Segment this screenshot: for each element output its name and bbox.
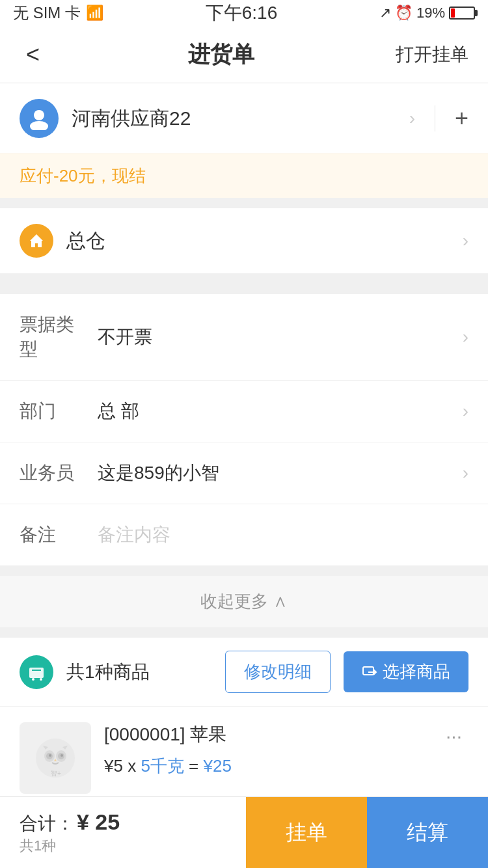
warehouse-section[interactable]: 总仓 › — [0, 208, 488, 273]
page-title: 进货单 — [188, 40, 254, 70]
carrier-label: 无 SIM 卡 — [13, 3, 81, 23]
product-price: ¥5 — [104, 756, 123, 776]
svg-point-1 — [30, 121, 48, 130]
product-item: 智+ [0000001] 苹果 ¥5 x 5千克 = ¥25 ··· — [0, 707, 488, 809]
time-label: 下午6:16 — [206, 1, 278, 25]
product-more-button[interactable]: ··· — [439, 722, 468, 750]
owl-logo: 智+ — [33, 735, 78, 781]
vertical-divider — [435, 105, 435, 131]
person-icon — [27, 107, 51, 130]
product-header: 共1种商品 修改明细 选择商品 — [0, 638, 488, 707]
alarm-icon: ⏰ — [395, 5, 413, 21]
home-icon — [27, 232, 46, 250]
cart-icon — [27, 662, 46, 682]
product-qty: 5千克 — [141, 756, 183, 776]
dept-row[interactable]: 部门 总 部 › — [0, 381, 488, 442]
sales-label: 业务员 — [20, 461, 91, 485]
warehouse-chevron-icon: › — [463, 230, 468, 251]
supplier-name: 河南供应商22 — [72, 105, 409, 132]
product-code: [0000001] — [104, 724, 185, 744]
warehouse-icon — [20, 224, 53, 258]
dept-value: 总 部 — [91, 399, 463, 424]
bottom-bar: 合计： ¥ 25 共1种 挂单 结算 — [0, 796, 488, 868]
notice-bar: 应付-20元，现结 — [0, 154, 488, 198]
select-product-label: 选择商品 — [383, 660, 450, 683]
add-supplier-button[interactable]: + — [455, 105, 468, 132]
product-thumbnail: 智+ — [20, 722, 91, 794]
remark-input[interactable]: 备注内容 — [91, 522, 468, 547]
invoice-value: 不开票 — [91, 325, 463, 349]
equals-sign: = — [189, 756, 203, 776]
sales-chevron-icon: › — [463, 463, 468, 483]
svg-point-0 — [34, 110, 44, 120]
product-icon — [20, 655, 53, 689]
supplier-chevron-icon: › — [409, 108, 415, 129]
multiply-sign: x — [128, 756, 141, 776]
nav-bar: < 进货单 打开挂单 — [0, 26, 488, 83]
status-left: 无 SIM 卡 📶 — [13, 3, 103, 23]
edit-detail-button[interactable]: 修改明细 — [225, 651, 331, 693]
collapse-label: 收起更多 ∧ — [200, 590, 287, 613]
product-count: 共1种商品 — [66, 660, 212, 685]
product-name: [0000001] 苹果 — [104, 722, 426, 747]
product-info: [0000001] 苹果 ¥5 x 5千克 = ¥25 — [104, 722, 426, 778]
total-section: 合计： ¥ 25 共1种 — [0, 797, 246, 868]
form-section: 票据类型 不开票 › 部门 总 部 › 业务员 这是859的小智 › 备注 备注… — [0, 294, 488, 565]
invoice-row[interactable]: 票据类型 不开票 › — [0, 294, 488, 381]
invoice-label: 票据类型 — [20, 312, 91, 362]
hold-button[interactable]: 挂单 — [246, 797, 367, 868]
back-button[interactable]: < — [20, 34, 46, 75]
supplier-avatar — [20, 99, 59, 138]
svg-point-13 — [61, 754, 63, 757]
battery-icon — [449, 7, 475, 20]
select-product-button[interactable]: 选择商品 — [344, 651, 468, 692]
svg-point-12 — [49, 754, 51, 757]
battery-percent: 19% — [416, 5, 445, 21]
total-sub: 共1种 — [20, 836, 226, 856]
svg-rect-2 — [29, 668, 44, 678]
open-hold-button[interactable]: 打开挂单 — [396, 42, 468, 67]
dept-label: 部门 — [20, 399, 91, 424]
wifi-icon: 📶 — [86, 5, 103, 21]
supplier-row[interactable]: 河南供应商22 › + — [0, 83, 488, 154]
svg-point-3 — [32, 678, 34, 681]
svg-point-4 — [40, 678, 42, 681]
sales-row[interactable]: 业务员 这是859的小智 › — [0, 442, 488, 504]
dept-chevron-icon: › — [463, 401, 468, 422]
sales-value: 这是859的小智 — [91, 461, 463, 485]
product-detail: ¥5 x 5千克 = ¥25 — [104, 755, 426, 778]
spacer2 — [0, 284, 488, 294]
supplier-section: 河南供应商22 › + 应付-20元，现结 — [0, 83, 488, 198]
status-right: ↗ ⏰ 19% — [379, 5, 475, 21]
remark-row[interactable]: 备注 备注内容 — [0, 504, 488, 565]
total-amount: ¥ 25 — [77, 809, 120, 835]
product-total: ¥25 — [204, 756, 232, 776]
spacer1 — [0, 198, 488, 208]
warehouse-name: 总仓 — [66, 228, 463, 254]
checkout-button[interactable]: 结算 — [367, 797, 488, 868]
product-section: 共1种商品 修改明细 选择商品 — [0, 638, 488, 809]
invoice-chevron-icon: › — [463, 327, 468, 347]
svg-rect-5 — [363, 667, 373, 675]
total-label: 合计： — [20, 811, 74, 836]
svg-text:智+: 智+ — [51, 770, 61, 777]
status-bar: 无 SIM 卡 📶 下午6:16 ↗ ⏰ 19% — [0, 0, 488, 26]
remark-label: 备注 — [20, 522, 91, 547]
collapse-bar[interactable]: 收起更多 ∧ — [0, 576, 488, 627]
select-product-icon — [362, 664, 377, 680]
product-title: 苹果 — [190, 724, 226, 744]
location-icon: ↗ — [379, 5, 391, 21]
